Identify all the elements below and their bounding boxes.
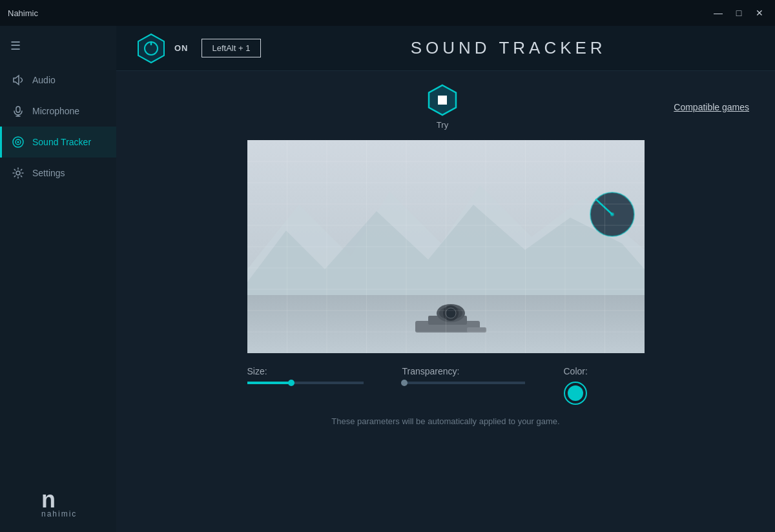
speaker-icon — [12, 74, 25, 87]
transparency-label: Transparency: — [402, 366, 525, 376]
sidebar-item-audio[interactable]: Audio — [0, 65, 116, 96]
titlebar: Nahimic — □ ✕ — [0, 0, 775, 26]
try-section: Try Compatible games — [136, 84, 756, 130]
transparency-slider[interactable] — [402, 382, 525, 384]
sidebar-item-microphone[interactable]: Microphone — [0, 96, 116, 127]
page-title: Sound Tracker — [261, 38, 756, 58]
auto-apply-text: These parameters will be automatically a… — [247, 416, 645, 426]
sound-tracker-label: Sound Tracker — [32, 137, 91, 147]
svg-point-23 — [446, 308, 456, 318]
preview-area — [247, 140, 645, 353]
size-slider-thumb[interactable] — [288, 380, 294, 386]
svg-rect-0 — [16, 107, 20, 112]
compatible-games-link[interactable]: Compatible games — [674, 102, 749, 112]
color-label: Color: — [564, 366, 588, 376]
sidebar-item-sound-tracker[interactable]: Sound Tracker — [0, 127, 116, 158]
audio-label: Audio — [32, 75, 56, 85]
content-header: ON LeftAlt + 1 Sound Tracker — [116, 26, 775, 71]
transparency-control: Transparency: — [402, 366, 525, 384]
close-button[interactable]: ✕ — [752, 5, 767, 21]
svg-marker-9 — [138, 34, 164, 63]
svg-point-28 — [610, 212, 614, 216]
power-button[interactable] — [136, 33, 167, 64]
settings-label: Settings — [32, 168, 65, 178]
svg-point-5 — [17, 141, 19, 143]
transparency-slider-thumb[interactable] — [401, 380, 408, 386]
microphone-icon — [12, 105, 25, 118]
sidebar: ☰ Audio Microphone — [0, 26, 116, 532]
gear-icon — [12, 167, 25, 179]
nahimic-logo: n nahimic — [0, 467, 116, 532]
power-toggle: ON — [136, 33, 189, 64]
content-area: ON LeftAlt + 1 Sound Tracker Try — [116, 26, 775, 532]
hotkey-display[interactable]: LeftAlt + 1 — [202, 39, 262, 57]
size-label: Size: — [247, 366, 364, 376]
try-button[interactable] — [426, 84, 459, 116]
microphone-label: Microphone — [32, 106, 79, 116]
size-control: Size: — [247, 366, 364, 384]
minimize-button[interactable]: — — [710, 5, 726, 21]
maximize-button[interactable]: □ — [731, 5, 747, 21]
svg-point-6 — [16, 171, 20, 175]
content-main: Try Compatible games — [116, 71, 775, 532]
color-picker-button[interactable] — [564, 382, 587, 405]
sidebar-item-settings[interactable]: Settings — [0, 158, 116, 189]
window-controls: — □ ✕ — [710, 5, 767, 21]
try-label: Try — [437, 120, 448, 130]
svg-rect-13 — [438, 96, 447, 105]
controls-section: Size: Transparency: Color: — [247, 366, 645, 405]
app-title: Nahimic — [8, 8, 38, 18]
color-control: Color: — [564, 366, 588, 405]
hamburger-menu[interactable]: ☰ — [0, 32, 116, 65]
power-state-label: ON — [174, 43, 189, 53]
target-icon — [12, 136, 25, 148]
svg-text:n: n — [41, 486, 56, 513]
svg-text:nahimic: nahimic — [41, 509, 77, 518]
size-slider[interactable] — [247, 382, 364, 384]
try-center: Try — [340, 84, 545, 130]
color-swatch — [568, 385, 583, 401]
size-slider-fill — [247, 382, 291, 384]
